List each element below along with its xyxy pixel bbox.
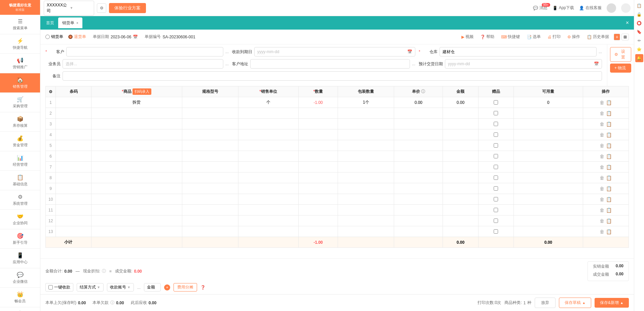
sidebar-item-search[interactable]: ☰ 搜索菜单 <box>0 15 40 34</box>
account-select[interactable]: 收款账号 ▼ <box>107 283 134 291</box>
tab-home[interactable]: 首页 <box>42 17 58 28</box>
r2c6[interactable] <box>338 108 394 119</box>
sidebar-item-marketing[interactable]: 📢 营销推广 <box>0 54 40 73</box>
right-panel-item-4[interactable]: 🔖 <box>635 28 643 36</box>
user-avatar[interactable] <box>607 3 616 13</box>
one-click-pay-checkbox[interactable]: 一键收款 <box>45 283 73 291</box>
copy-icon-7[interactable]: 📋 <box>606 164 612 170</box>
r2c1[interactable] <box>56 108 91 119</box>
sidebar-item-inventory[interactable]: 📦 库存核算 <box>0 112 40 132</box>
r2c4[interactable] <box>238 108 298 119</box>
row-unit-1[interactable]: 个 <box>238 97 298 108</box>
customer-more-btn[interactable]: ... <box>225 49 229 54</box>
logistics-btn[interactable]: + 物流 <box>610 64 631 73</box>
user-avatar-extra[interactable] <box>621 3 631 13</box>
settings-gear-button[interactable]: ⚙ <box>97 3 106 13</box>
customer-input[interactable] <box>66 47 223 56</box>
sidebar-item-enterprise[interactable]: 🤝 企业协同 <box>0 210 40 229</box>
gift-checkbox-4[interactable] <box>494 132 498 137</box>
tab-sales-order[interactable]: 销货单 × <box>58 17 82 28</box>
sidebar-bottom-settings[interactable]: ⚙ <box>0 307 40 311</box>
salesperson-more-btn[interactable]: ... <box>225 62 229 66</box>
customer-address-input[interactable] <box>250 59 410 69</box>
right-panel-item-3[interactable]: ⭕ <box>635 19 643 27</box>
gift-checkbox-9[interactable] <box>494 186 498 191</box>
r2c9[interactable] <box>478 108 514 119</box>
delete-icon-10[interactable]: 🗑 <box>600 197 604 202</box>
delete-icon-9[interactable]: 🗑 <box>600 186 604 191</box>
warehouse-input[interactable]: 建材仓 <box>440 47 597 56</box>
history-btn[interactable]: 📋 历史单据 <box>585 33 611 41</box>
gift-checkbox-12[interactable] <box>494 219 498 223</box>
add-payment-btn[interactable]: + <box>164 284 170 290</box>
shortcut-btn[interactable]: ⌨ 快捷键 <box>499 33 522 41</box>
row-barcode-1[interactable] <box>56 97 91 108</box>
tab-close-icon[interactable]: × <box>76 21 78 25</box>
delete-icon-2[interactable]: 🗑 <box>600 111 604 116</box>
gift-checkbox-8[interactable] <box>494 176 498 180</box>
copy-icon-1[interactable]: 📋 <box>606 100 612 105</box>
video-btn[interactable]: ▶ 视频 <box>459 33 476 41</box>
r2c8[interactable] <box>443 108 478 119</box>
account-more-btn[interactable]: ... <box>137 285 141 290</box>
sidebar-item-finance[interactable]: 💰 资金管理 <box>0 132 40 151</box>
sidebar-item-member[interactable]: 👑 畅会员 <box>0 288 40 307</box>
sidebar-item-guide[interactable]: 🎯 新手引导 <box>0 229 40 249</box>
copy-icon-5[interactable]: 📋 <box>606 143 612 148</box>
sidebar-item-operations[interactable]: 📊 经营管理 <box>0 151 40 171</box>
gift-checkbox-13[interactable] <box>494 229 498 234</box>
discount-info-icon[interactable]: ⓘ <box>102 268 106 274</box>
delete-icon-4[interactable]: 🗑 <box>600 132 604 138</box>
right-panel-item-5[interactable]: ✏ <box>635 37 643 45</box>
copy-icon-13[interactable]: 📋 <box>606 229 612 234</box>
due-date-input[interactable]: yyyy-mm-dd 📅 <box>254 47 415 56</box>
sidebar-item-wechat[interactable]: 💬 企业微信 <box>0 268 40 288</box>
delete-icon-6[interactable]: 🗑 <box>600 154 604 159</box>
row-amount-1[interactable]: 0.00 <box>443 97 478 108</box>
one-click-checkbox[interactable] <box>48 285 53 289</box>
row-pack-qty-1[interactable]: 1个 <box>338 97 394 108</box>
view-card-btn[interactable]: ⊞ <box>621 34 629 40</box>
gift-checkbox-6[interactable] <box>494 154 498 158</box>
row-product-1[interactable]: 拆货 <box>91 97 182 108</box>
save-draft-button[interactable]: 保存草稿 ▲ <box>559 298 591 308</box>
salesperson-input[interactable]: 选择... <box>63 59 223 69</box>
sidebar-item-basic-info[interactable]: 📋 基础信息 <box>0 171 40 190</box>
delete-icon-3[interactable]: 🗑 <box>600 121 604 127</box>
unit-price-info-icon[interactable]: ⓘ <box>421 89 425 94</box>
close-window-icon[interactable]: × <box>622 20 632 26</box>
warehouse-more-btn[interactable]: ... <box>599 49 602 54</box>
copy-icon-9[interactable]: 📋 <box>606 186 612 191</box>
gift-checkbox-10[interactable] <box>494 197 498 201</box>
expected-delivery-input[interactable]: yyyy-mm-dd 📅 <box>445 59 602 69</box>
row-quantity-1[interactable]: -1.00 <box>298 97 338 108</box>
delete-icon-7[interactable]: 🗑 <box>600 164 604 170</box>
copy-icon-4[interactable]: 📋 <box>606 132 612 138</box>
settings-btn[interactable]: ⚙ 设置 <box>610 47 631 62</box>
copy-icon-11[interactable]: 📋 <box>606 207 612 213</box>
radio-sales-input[interactable] <box>45 35 50 39</box>
radio-sales-order[interactable]: 销货单 <box>45 34 63 40</box>
gift-checkbox-1[interactable] <box>494 100 498 105</box>
copy-icon-2[interactable]: 📋 <box>606 111 612 116</box>
copy-icon-8[interactable]: 📋 <box>606 175 612 181</box>
delete-icon-8[interactable]: 🗑 <box>600 175 604 181</box>
right-panel-item-2[interactable]: 🔒 <box>635 10 643 18</box>
expense-btn[interactable]: 费用分摊 <box>174 283 197 291</box>
delete-icon-5[interactable]: 🗑 <box>600 143 604 148</box>
delete-icon-11[interactable]: 🗑 <box>600 207 604 213</box>
row-gift-1[interactable] <box>478 97 514 108</box>
copy-icon-12[interactable]: 📋 <box>606 218 612 224</box>
radio-return-input[interactable] <box>68 35 73 39</box>
operate-btn[interactable]: ⚙ 操作 <box>565 33 582 41</box>
company-selector[interactable]: XXXXXX公司 ▼ <box>44 1 94 15</box>
r2c3[interactable] <box>182 108 238 119</box>
sidebar-item-quick-nav[interactable]: ⚡ 快捷导航 <box>0 34 40 54</box>
gift-checkbox-7[interactable] <box>494 165 498 169</box>
notes-input[interactable] <box>63 71 602 81</box>
r2c7[interactable] <box>394 108 443 119</box>
th-settings[interactable]: ⚙ <box>46 86 56 97</box>
gift-checkbox-3[interactable] <box>494 122 498 126</box>
sidebar-item-app-center[interactable]: 📱 应用中心 <box>0 249 40 268</box>
copy-icon-3[interactable]: 📋 <box>606 121 612 127</box>
